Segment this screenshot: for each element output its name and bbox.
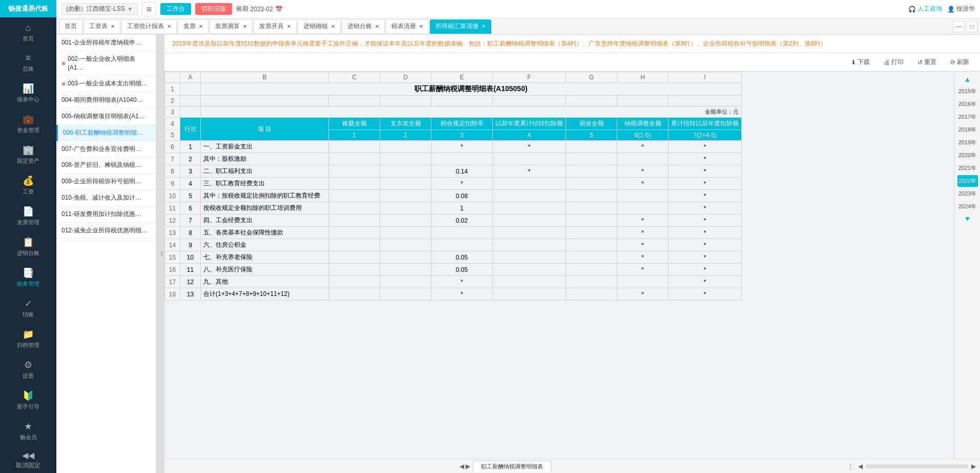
cell-e-4[interactable]: *: [431, 178, 493, 190]
cell-c2[interactable]: [329, 96, 380, 106]
cell-c-2[interactable]: [329, 153, 380, 165]
cell-f2[interactable]: [493, 96, 566, 106]
cell-label-1[interactable]: 一、工资薪金支出: [201, 141, 329, 153]
cell-i-2[interactable]: *: [669, 153, 742, 165]
cell-h-13[interactable]: *: [617, 288, 669, 300]
cell-i2[interactable]: [669, 96, 742, 106]
cell-e-3[interactable]: 0.14: [431, 165, 493, 178]
sidebar-item-new-guide[interactable]: 🔰 新手引导: [0, 385, 56, 416]
cell-d-4[interactable]: [380, 178, 431, 190]
cell-seq-13[interactable]: 13: [180, 288, 201, 300]
cell-label-11[interactable]: 八、补充医疗保险: [201, 264, 329, 276]
cell-label-2[interactable]: 其中：股权激励: [201, 153, 329, 165]
cell-c-8[interactable]: [329, 227, 380, 239]
sheet-scrollbar[interactable]: [866, 464, 968, 468]
cell-label-8[interactable]: 五、各类基本社会保障性缴款: [201, 227, 329, 239]
service-btn[interactable]: 🎧 人工咨询: [908, 5, 942, 13]
cell-c-11[interactable]: [329, 264, 380, 276]
sidebar-item-general-ledger[interactable]: ≡ 总账: [0, 48, 56, 78]
tab-tax-clearance-close[interactable]: ✕: [419, 24, 423, 29]
cell-c-13[interactable]: [329, 288, 380, 300]
cell-d-13[interactable]: [380, 288, 431, 300]
cell-label-9[interactable]: 六、住房公积金: [201, 239, 329, 251]
cell-i-13[interactable]: *: [669, 288, 742, 300]
cell-e-11[interactable]: 0.05: [431, 264, 493, 276]
tab-invoice-calc-close[interactable]: ✕: [243, 24, 247, 29]
cell-seq-4[interactable]: 4: [180, 178, 201, 190]
cell-seq-11[interactable]: 11: [180, 264, 201, 276]
cell-f-11[interactable]: [493, 264, 566, 276]
cell-d-5[interactable]: [380, 190, 431, 202]
cell-c-9[interactable]: [329, 239, 380, 251]
cell-seq-3[interactable]: 3: [180, 165, 201, 178]
year-2024[interactable]: 2024年: [957, 201, 978, 212]
cell-f-8[interactable]: [493, 227, 566, 239]
cell-c-6[interactable]: [329, 202, 380, 214]
reset-btn[interactable]: ↺ 重置: [914, 56, 940, 68]
sidebar-item-member[interactable]: ★ 畅会员: [0, 416, 56, 446]
cell-seq-10[interactable]: 10: [180, 251, 201, 264]
tab-home[interactable]: 首页: [59, 19, 82, 34]
cell-label-6[interactable]: 按税收规定全额扣除的职工培训费用: [201, 202, 329, 214]
tab-invoice-open-close[interactable]: ✕: [287, 24, 291, 29]
cell-f-10[interactable]: [493, 251, 566, 264]
cell-c-5[interactable]: [329, 190, 380, 202]
cell-g-3[interactable]: [566, 165, 617, 178]
cell-e-5[interactable]: 0.08: [431, 190, 493, 202]
cell-label-4[interactable]: 三、职工教育经费支出: [201, 178, 329, 190]
cell-g-6[interactable]: [566, 202, 617, 214]
sidebar-item-settings[interactable]: ⚙ 设置: [0, 354, 56, 385]
year-down-btn[interactable]: ▼: [960, 213, 975, 224]
year-2020[interactable]: 2020年: [957, 149, 978, 161]
cell-e-9[interactable]: [431, 239, 493, 251]
left-panel-item-009[interactable]: 009-企业所得税弥补亏损明…: [56, 174, 156, 190]
tab-purchase-ledger[interactable]: 进销台账 ✕: [342, 19, 385, 34]
cell-f-9[interactable]: [493, 239, 566, 251]
cell-d-8[interactable]: [380, 227, 431, 239]
cell-g-11[interactable]: [566, 264, 617, 276]
tab-payroll-close[interactable]: ✕: [111, 24, 115, 29]
left-panel-item-010[interactable]: 010-免税、减计收入及加计…: [56, 190, 156, 206]
sidebar-item-closing[interactable]: ✓ 结账: [0, 293, 56, 324]
tab-purchase-verify-close[interactable]: ✕: [331, 24, 335, 29]
cell-d-3[interactable]: [380, 165, 431, 178]
cell-h2[interactable]: [617, 96, 669, 106]
cell-f-2[interactable]: [493, 153, 566, 165]
cell-e-8[interactable]: [431, 227, 493, 239]
cell-i-5[interactable]: *: [669, 190, 742, 202]
company-selector[interactable]: (勿删）江西赣宝-LSS ▼: [61, 3, 138, 15]
tab-invoice-open[interactable]: 发票开具 ✕: [254, 19, 297, 34]
year-2021[interactable]: 2021年: [957, 162, 978, 174]
tab-income-tax[interactable]: 所得税汇算清缴 ✕: [430, 19, 491, 34]
cell-a3[interactable]: [180, 106, 201, 118]
workspace-button[interactable]: 工作台: [160, 3, 191, 15]
cell-i-8[interactable]: *: [669, 227, 742, 239]
bottom-tab-sheet1[interactable]: 职工薪酬纳税调整明细表: [473, 461, 551, 472]
cell-h-11[interactable]: *: [617, 264, 669, 276]
cell-h-2[interactable]: [617, 153, 669, 165]
cell-seq-1[interactable]: 1: [180, 141, 201, 153]
left-panel-item-002[interactable]: ⊗ 002-一般企业收入明细表(A1…: [56, 51, 156, 76]
cell-seq-2[interactable]: 2: [180, 153, 201, 165]
cell-h-5[interactable]: [617, 190, 669, 202]
cell-a1[interactable]: [180, 83, 201, 96]
tab-invoice-close[interactable]: ✕: [199, 24, 203, 29]
calendar-icon[interactable]: 📅: [275, 6, 283, 13]
year-2017[interactable]: 2017年: [957, 111, 978, 123]
year-2022[interactable]: 2022年: [957, 175, 978, 187]
cell-g-12[interactable]: [566, 276, 617, 288]
cell-seq-8[interactable]: 8: [180, 227, 201, 239]
left-panel-item-007[interactable]: 007-广告费和业务宣传费明…: [56, 141, 156, 158]
left-panel-item-003[interactable]: ⊗ 003-一般企业成本支出明细…: [56, 76, 156, 92]
cell-d-12[interactable]: [380, 276, 431, 288]
cell-i-9[interactable]: *: [669, 239, 742, 251]
cell-e2[interactable]: [431, 96, 493, 106]
year-2018[interactable]: 2018年: [957, 124, 978, 136]
cell-d-10[interactable]: [380, 251, 431, 264]
year-2015[interactable]: 2015年: [957, 85, 978, 97]
sheet-scroll-bar-left[interactable]: ◀: [857, 463, 864, 470]
left-panel-item-004[interactable]: 004-期间费用明细表(A1040…: [56, 92, 156, 109]
cell-g-10[interactable]: [566, 251, 617, 264]
tab-invoice[interactable]: 发票 ✕: [178, 19, 208, 34]
cell-f-3[interactable]: *: [493, 165, 566, 178]
